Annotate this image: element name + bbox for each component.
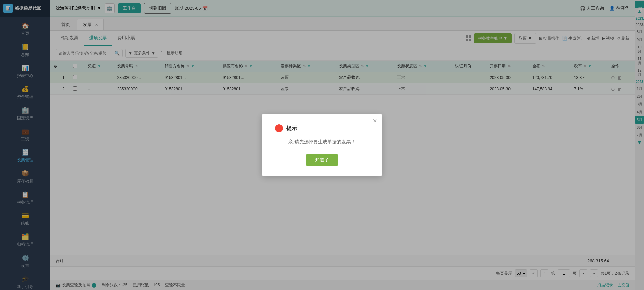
modal-body: 亲,请先选择要生成单据的发票！ (275, 139, 369, 145)
modal-title-row: ! 提示 (275, 124, 369, 132)
warning-icon: ! (275, 124, 283, 132)
modal-title: 提示 (286, 125, 297, 132)
confirm-button[interactable]: 知道了 (306, 154, 338, 166)
prompt-modal: ✕ ! 提示 亲,请先选择要生成单据的发票！ 知道了 (262, 114, 382, 176)
modal-close-button[interactable]: ✕ (373, 118, 377, 124)
modal-overlay[interactable]: ✕ ! 提示 亲,请先选择要生成单据的发票！ 知道了 (0, 0, 644, 290)
modal-message: 亲,请先选择要生成单据的发票！ (288, 139, 356, 144)
modal-footer: 知道了 (275, 154, 369, 166)
